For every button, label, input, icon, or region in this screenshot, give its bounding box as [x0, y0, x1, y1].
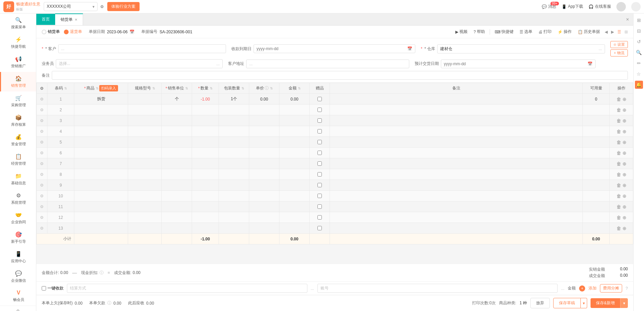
gift-checkbox[interactable] — [317, 108, 322, 112]
row-sales-unit-cell[interactable] — [162, 158, 192, 169]
copy-row-button[interactable]: ⊕ — [622, 118, 627, 123]
row-pkg-qty-cell[interactable] — [219, 191, 249, 201]
gift-checkbox[interactable] — [317, 151, 322, 155]
save-draft-button[interactable]: 保存草稿 — [553, 298, 581, 308]
row-pkg-qty-cell[interactable] — [219, 126, 249, 137]
delete-row-button[interactable]: 🗑 — [616, 107, 621, 113]
row-unit-price-cell[interactable] — [249, 223, 279, 234]
row-gift-cell[interactable] — [310, 158, 330, 169]
row-settings-cell[interactable]: ⚙ — [37, 148, 47, 158]
delete-row-button[interactable]: 🗑 — [616, 226, 621, 231]
row-unit-price-cell[interactable] — [249, 169, 279, 180]
help-button[interactable]: ? 帮助 — [472, 28, 486, 35]
row-spec-cell[interactable] — [128, 105, 162, 115]
row-spec-cell[interactable] — [128, 158, 162, 169]
row-sales-unit-cell[interactable] — [162, 191, 192, 201]
row-remark-cell[interactable] — [330, 94, 583, 105]
expense-split-button[interactable]: 费用分摊 — [600, 284, 622, 293]
row-quantity-cell[interactable] — [192, 158, 219, 169]
row-barcode-cell[interactable]: 11 — [47, 201, 74, 212]
sidebar-item-search[interactable]: 🔍 搜索菜单 — [0, 13, 36, 33]
row-settings-cell[interactable]: ⚙ — [37, 115, 47, 126]
row-gift-cell[interactable] — [310, 115, 330, 126]
total-owed-info-icon[interactable]: ⓘ — [107, 300, 111, 306]
video-button[interactable]: ▶ 视频 — [454, 28, 469, 35]
row-quantity-cell[interactable] — [192, 223, 219, 234]
row-amount-cell[interactable] — [279, 223, 310, 234]
row-settings-cell[interactable]: ⚙ — [37, 137, 47, 148]
row-product-cell[interactable] — [74, 105, 128, 115]
row-quantity-cell[interactable] — [192, 191, 219, 201]
gift-checkbox[interactable] — [317, 226, 322, 230]
row-barcode-cell[interactable]: 6 — [47, 148, 74, 158]
sidebar-item-guide[interactable]: 🎯 新手引导 — [0, 228, 36, 247]
online-service-button[interactable]: 🎧 在线客服 — [589, 4, 611, 9]
calendar-icon[interactable]: 📅 — [129, 30, 135, 34]
row-spec-cell[interactable] — [128, 94, 162, 105]
logistics-button[interactable]: + 物流 — [610, 49, 628, 56]
row-spec-cell[interactable] — [128, 148, 162, 158]
row-settings-cell[interactable]: ⚙ — [37, 94, 47, 105]
row-settings-cell[interactable]: ⚙ — [37, 212, 47, 223]
row-spec-cell[interactable] — [128, 180, 162, 191]
gift-checkbox[interactable] — [317, 140, 322, 144]
delete-row-button[interactable]: 🗑 — [616, 204, 621, 209]
row-pkg-qty-cell[interactable] — [219, 169, 249, 180]
one-click-checkbox[interactable] — [42, 286, 46, 290]
right-panel-star[interactable]: ☆ — [635, 70, 643, 78]
save-new-arrow[interactable]: ▾ — [620, 298, 628, 308]
sidebar-item-inventory[interactable]: 📦 库存核算 — [0, 111, 36, 130]
row-barcode-cell[interactable]: 1 — [47, 94, 74, 105]
row-remark-cell[interactable] — [330, 105, 583, 115]
row-gift-cell[interactable] — [310, 137, 330, 148]
row-sales-unit-cell[interactable] — [162, 212, 192, 223]
row-unit-price-cell[interactable] — [249, 180, 279, 191]
row-unit-price-cell[interactable] — [249, 191, 279, 201]
row-settings-cell[interactable]: ⚙ — [37, 169, 47, 180]
row-settings-cell[interactable]: ⚙ — [37, 201, 47, 212]
right-panel-expand[interactable]: ⊞ — [635, 16, 643, 24]
row-amount-cell[interactable] — [279, 115, 310, 126]
global-close-button[interactable]: ✕ — [622, 14, 633, 25]
row-settings-cell[interactable]: ⚙ — [37, 158, 47, 169]
save-new-button[interactable]: 保存&新增 — [591, 298, 620, 308]
row-spec-cell[interactable] — [128, 191, 162, 201]
print-button[interactable]: 🖨 打印 — [537, 28, 553, 35]
row-pkg-qty-cell[interactable] — [219, 223, 249, 234]
row-gift-cell[interactable] — [310, 148, 330, 158]
warehouse-input[interactable]: 建材仓 ... — [437, 44, 605, 53]
row-settings-cell[interactable]: ⚙ — [37, 180, 47, 191]
delete-row-button[interactable]: 🗑 — [616, 150, 621, 156]
row-barcode-cell[interactable]: 8 — [47, 169, 74, 180]
row-amount-cell[interactable] — [279, 212, 310, 223]
tab-home[interactable]: 首页 — [36, 14, 55, 25]
sales-order-radio[interactable]: 销货单 — [42, 29, 60, 35]
row-quantity-cell[interactable] — [192, 137, 219, 148]
delete-row-button[interactable]: 🗑 — [616, 172, 621, 177]
row-barcode-cell[interactable]: 10 — [47, 191, 74, 201]
company-selector[interactable]: XXXXXX公司 ▾ — [44, 2, 98, 11]
return-order-radio[interactable]: 退货单 — [64, 29, 82, 35]
row-remark-cell[interactable] — [330, 169, 583, 180]
row-unit-price-cell[interactable] — [249, 105, 279, 115]
row-amount-cell[interactable] — [279, 169, 310, 180]
row-product-cell[interactable] — [74, 212, 128, 223]
next-icon[interactable]: ▶ — [611, 30, 614, 34]
row-spec-cell[interactable] — [128, 169, 162, 180]
row-gift-cell[interactable] — [310, 126, 330, 137]
row-quantity-cell[interactable] — [192, 212, 219, 223]
row-remark-cell[interactable] — [330, 223, 583, 234]
trial-button[interactable]: 体验行业方案 — [107, 2, 140, 11]
settings-icon[interactable]: ⚙ — [100, 4, 104, 9]
right-panel-refresh[interactable]: ↺ — [635, 38, 643, 46]
row-amount-cell[interactable] — [279, 180, 310, 191]
row-amount-cell[interactable] — [279, 158, 310, 169]
shortcut-button[interactable]: ⌨ 快捷键 — [493, 28, 515, 35]
copy-row-button[interactable]: ⊕ — [622, 215, 627, 220]
grid-view-icon[interactable]: ⊞ — [624, 30, 628, 34]
app-download-button[interactable]: 📱 App下载 — [562, 4, 583, 9]
gift-checkbox[interactable] — [317, 161, 322, 166]
row-remark-cell[interactable] — [330, 158, 583, 169]
tab-close-icon[interactable]: ✕ — [75, 18, 77, 22]
row-spec-cell[interactable] — [128, 212, 162, 223]
